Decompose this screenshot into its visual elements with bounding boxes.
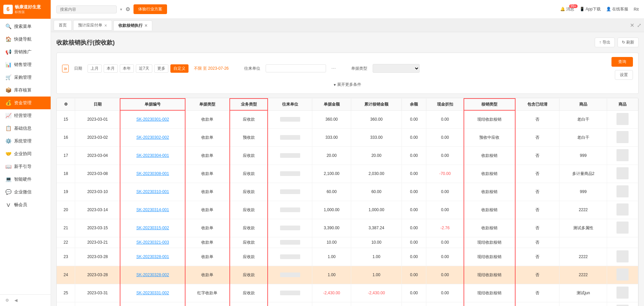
sidebar-menu: 🔍搜索菜单🏠快捷导航📢营销推广📊销售管理🛒采购管理📦库存核算💰资金管理📈经营管理…: [0, 19, 51, 294]
doc-no-link[interactable]: SK-20230315-002: [136, 226, 169, 230]
topbar-search-input[interactable]: [56, 5, 117, 13]
filter-date-more[interactable]: 更多: [154, 64, 168, 73]
sidebar-item-enterprise[interactable]: 🤝企业协同: [0, 147, 51, 160]
sidebar-item-system[interactable]: ⚙️系统管理: [0, 135, 51, 147]
cell-biz-type: 预收款: [230, 128, 268, 146]
tab-prepay[interactable]: 预计应应付单 ×: [73, 20, 112, 30]
page-body: 收款核销执行(按收款) ↑ 导出 ↻ 刷新 » 日期 上月: [51, 32, 644, 306]
sidebar-wechat-label: 企业微信: [14, 189, 32, 195]
filter-date-custom[interactable]: 自定义: [170, 64, 189, 73]
cell-biz-type: 应收款: [230, 266, 268, 284]
sidebar-item-hardware[interactable]: 💻智能硬件: [0, 173, 51, 186]
cell-verify-type: 现结收款核销: [464, 266, 515, 284]
cell-partner: [268, 302, 312, 306]
filter-date-last-month[interactable]: 上月: [88, 64, 102, 73]
customer-filter-input[interactable]: [266, 64, 326, 72]
collapse-icon[interactable]: ◀: [14, 298, 17, 303]
th-partner: 往来单位: [268, 99, 312, 110]
sidebar-item-guide[interactable]: 📖新手引导: [0, 160, 51, 173]
filter-date-7days[interactable]: 近7天: [136, 64, 152, 73]
doc-no-link[interactable]: SK-20230328-002: [136, 272, 169, 277]
cell-amount: 333.00: [312, 128, 351, 146]
cell-discount: 0.00: [426, 110, 464, 128]
sidebar-item-member[interactable]: V畅会员: [0, 198, 51, 211]
cell-balance: 0.00: [402, 302, 426, 306]
receipt-type-select[interactable]: [373, 64, 420, 73]
doc-no-link[interactable]: SK-20230321-003: [136, 240, 169, 245]
sidebar-item-wechat[interactable]: 💬企业微信: [0, 186, 51, 198]
tab-receipt-label: 收款核销执行: [118, 23, 143, 28]
tab-expand-icon[interactable]: ⤢: [637, 22, 641, 28]
cell-doc-type: 收款单: [185, 302, 230, 306]
online-service-link[interactable]: 👤 在线客服: [606, 6, 628, 12]
partner-value: [280, 207, 300, 212]
cell-balance: 0.00: [402, 266, 426, 284]
cell-biz-type: 预收款: [230, 302, 268, 306]
sidebar-item-basic[interactable]: 📋基础信息: [0, 122, 51, 135]
cell-partner: [268, 248, 312, 266]
table-row: 20 2023-03-14 SK-20230314-001 收款单 应收款 1,…: [57, 201, 638, 219]
partner-value: [280, 240, 300, 245]
sidebar-item-search[interactable]: 🔍搜索菜单: [0, 20, 51, 33]
sidebar-item-inventory[interactable]: 📦库存核算: [0, 84, 51, 97]
tab-receipt[interactable]: 收款核销执行 ×: [113, 20, 152, 30]
filter-expand-icon[interactable]: »: [62, 65, 69, 72]
export-button[interactable]: ↑ 导出: [595, 38, 614, 47]
sidebar-item-finance[interactable]: 💰资金管理: [0, 97, 51, 109]
sidebar-item-purchase[interactable]: 🛒采购管理: [0, 71, 51, 84]
cell-cumulative: 3,387.24: [351, 219, 402, 237]
filter-date-this-year[interactable]: 本年: [120, 64, 134, 73]
cell-balance: 0.00: [402, 201, 426, 219]
cell-verify-type: 现结收款核销: [464, 284, 515, 302]
setting-button[interactable]: 设置: [615, 70, 633, 80]
user-name[interactable]: Rit: [634, 7, 639, 12]
tab-prepay-close-icon[interactable]: ×: [104, 23, 107, 28]
settings-icon[interactable]: ⚙: [5, 298, 9, 303]
doc-no-link[interactable]: SK-20230328-001: [136, 254, 169, 259]
sidebar-item-quick[interactable]: 🏠快捷导航: [0, 33, 51, 46]
doc-no-link[interactable]: SK-20230301-002: [136, 117, 169, 122]
table-row: 25 2023-03-31 SK-20230331-002 红字收款单 应收款 …: [57, 284, 638, 302]
doc-no-link[interactable]: SK-20230308-001: [136, 171, 169, 176]
tab-bar: 首页 预计应应付单 × 收款核销执行 × ✕ ⤢: [51, 19, 644, 32]
doc-no-link[interactable]: SK-20230302-002: [136, 135, 169, 140]
sidebar-marketing-icon: 📢: [5, 49, 11, 55]
table-row: 21 2023-03-15 SK-20230315-002 收款单 应收款 3,…: [57, 219, 638, 237]
tab-home[interactable]: 首页: [54, 20, 72, 30]
sidebar-item-operation[interactable]: 📈经营管理: [0, 109, 51, 122]
cell-num: 23: [57, 248, 75, 266]
topbar-gear-icon[interactable]: ⚙: [125, 6, 130, 12]
sidebar-system-icon: ⚙️: [5, 138, 11, 144]
doc-no-link[interactable]: SK-20230331-002: [136, 291, 169, 295]
table-row: 26 2023-04-03 SK-20230403-002 收款单 预收款 20…: [57, 302, 638, 306]
query-button[interactable]: 查询: [611, 57, 633, 67]
sidebar-operation-icon: 📈: [5, 113, 11, 119]
cell-amount: 20.00: [312, 302, 351, 306]
filter-dots[interactable]: ···: [331, 65, 336, 71]
tab-close-all-icon[interactable]: ✕: [630, 22, 634, 28]
sidebar-item-sales[interactable]: 📊销售管理: [0, 58, 51, 71]
sidebar-item-marketing[interactable]: 📢营销推广: [0, 46, 51, 58]
app-download-link[interactable]: 📱 App下载: [580, 6, 601, 12]
cell-num: 25: [57, 284, 75, 302]
filter-date-this-month[interactable]: 本月: [104, 64, 118, 73]
sidebar-purchase-label: 采购管理: [14, 74, 32, 80]
cell-amount: 3,390.00: [312, 219, 351, 237]
doc-no-link[interactable]: SK-20230314-001: [136, 207, 169, 212]
sidebar-basic-label: 基础信息: [14, 125, 32, 131]
sidebar-enterprise-icon: 🤝: [5, 151, 11, 157]
cell-amount: 60.00: [312, 183, 351, 201]
logo-icon: 6: [3, 5, 13, 14]
tab-receipt-close-icon[interactable]: ×: [145, 23, 147, 28]
industry-solution-button[interactable]: 体验行业方案: [133, 4, 167, 14]
doc-no-link[interactable]: SK-20230310-001: [136, 189, 169, 194]
refresh-button[interactable]: ↻ 刷新: [618, 38, 639, 47]
doc-no-link[interactable]: SK-20230304-001: [136, 153, 169, 158]
th-gear[interactable]: ⚙: [57, 99, 75, 110]
cell-cumulative: 360.00: [351, 110, 402, 128]
sidebar-finance-icon: 💰: [5, 100, 11, 106]
cell-doc-no: SK-20230331-002: [120, 284, 185, 302]
expand-conditions-button[interactable]: ▾ 展开更多条件: [334, 82, 361, 87]
cell-balance: 0.00: [402, 248, 426, 266]
messages-badge[interactable]: 🔔 消息 99+: [560, 6, 574, 12]
